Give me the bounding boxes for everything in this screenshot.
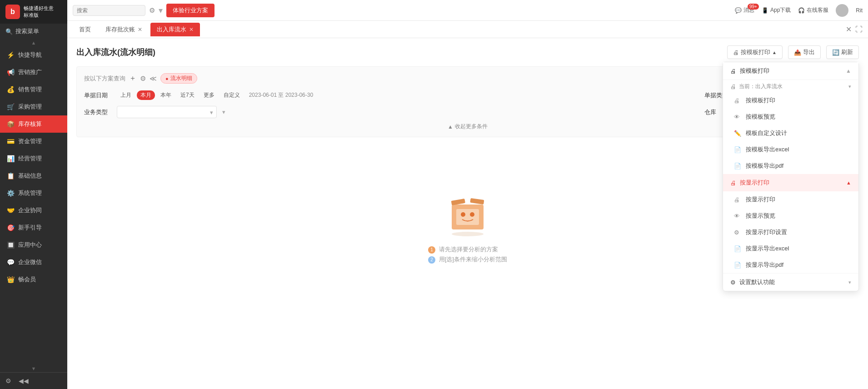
sidebar-item-newbie[interactable]: 🎯 新手引导 [0, 219, 67, 236]
filter-date-label: 单据日期 [84, 91, 111, 100]
dropdown-footer-chevron: ▾ [848, 279, 851, 285]
sidebar-item-quick-nav[interactable]: ⚡ 快捷导航 [0, 46, 67, 64]
topbar-app-download[interactable]: 📱 App下载 [762, 6, 791, 14]
svg-point-4 [470, 212, 474, 217]
dropdown-current-row: 🖨 当前：出入库流水 ▾ [723, 80, 858, 92]
dropdown-item-display-print[interactable]: 🖨 按显示打印 [723, 191, 858, 208]
dropdown-item-template-pdf-label: 按模板导出pdf [746, 162, 783, 170]
svg-rect-2 [456, 209, 479, 225]
sidebar-item-system[interactable]: ⚙️ 系统管理 [0, 185, 67, 202]
tab-in-out-flow-close[interactable]: ✕ [189, 26, 194, 33]
template-pdf-icon: 📄 [734, 163, 741, 170]
dropdown-item-display-settings-label: 按显示打印设置 [746, 228, 787, 236]
sidebar-item-member[interactable]: 👑 畅会员 [0, 271, 67, 288]
dropdown-item-template-print[interactable]: 🖨 按模板打印 [723, 92, 858, 109]
date-tab-this-month[interactable]: 本月 [137, 90, 155, 100]
current-print-icon: 🖨 [730, 83, 736, 90]
settings-bottom-icon[interactable]: ⚙ [5, 377, 11, 384]
tab-batch-account-close[interactable]: ✕ [138, 26, 142, 33]
sidebar-search-menu[interactable]: 🔍 搜索菜单 [0, 24, 67, 39]
sidebar-item-enterprise[interactable]: 🤝 企业协同 [0, 202, 67, 219]
main-area: ⚙ ▾ 体验行业方案 💬 消息 99+ 📱 App下载 🎧 在线客服 Rit 首… [67, 0, 868, 389]
tip-2-text: 用[选]条件来缩小分析范围 [439, 256, 507, 263]
sidebar-item-funds[interactable]: 💳 资金管理 [0, 133, 67, 150]
date-tab-custom[interactable]: 自定义 [220, 90, 244, 100]
search-input[interactable] [73, 5, 145, 16]
sidebar-item-sales[interactable]: 💰 销售管理 [0, 81, 67, 98]
topbar-message[interactable]: 💬 消息 99+ [735, 6, 754, 14]
filter-biz-type-select[interactable] [117, 106, 217, 118]
sidebar-search-label: 搜索菜单 [15, 27, 39, 35]
filter-tag-icon: ● [165, 76, 169, 81]
topbar-gear-icon[interactable]: ⚙ [149, 6, 155, 15]
filter-settings-icon[interactable]: ⚙ [140, 75, 146, 83]
enterprise-icon: 🤝 [6, 207, 15, 214]
dropdown-display-section-header[interactable]: 🖨 按显示打印 ▲ [723, 174, 858, 191]
empty-illustration [440, 191, 495, 236]
dropdown-item-display-export-excel[interactable]: 📄 按显示导出excel [723, 240, 858, 257]
online-service-label: 在线客服 [807, 6, 828, 14]
sidebar-scroll-up[interactable]: ▲ [0, 39, 67, 46]
sidebar-scroll-down[interactable]: ▼ [0, 365, 67, 372]
tab-in-out-flow[interactable]: 出入库流水 ✕ [150, 23, 200, 36]
tab-home-label: 首页 [79, 25, 91, 34]
sidebar-brand-tag: 标准版 [24, 12, 54, 19]
sidebar-item-inventory[interactable]: 📦 库存核算 [0, 115, 67, 133]
dropdown-item-template-preview[interactable]: 👁 按模板预览 [723, 109, 858, 125]
dropdown-footer-title: ⚙ 设置默认功能 [730, 278, 775, 286]
tab-in-out-flow-label: 出入库流水 [157, 25, 186, 34]
sidebar-item-wechat[interactable]: 💬 企业微信 [0, 254, 67, 271]
date-tab-7days[interactable]: 近7天 [177, 90, 198, 100]
search-icon: 🔍 [5, 28, 13, 35]
tab-batch-account[interactable]: 库存批次账 ✕ [99, 23, 149, 36]
dropdown-item-template-excel-label: 按模板导出excel [746, 145, 789, 154]
dropdown-current-label: 当前：出入库流水 [739, 83, 783, 90]
refresh-icon: 🔄 [832, 49, 839, 56]
dropdown-item-template-design[interactable]: ✏️ 模板自定义设计 [723, 125, 858, 141]
date-range-value: 2023-06-01 至 2023-06-30 [249, 91, 313, 99]
filter-collapse-label: 收起更多条件 [455, 123, 488, 130]
date-tab-this-year[interactable]: 本年 [157, 90, 175, 100]
template-design-icon: ✏️ [734, 130, 741, 137]
dropdown-item-display-preview[interactable]: 👁 按显示预览 [723, 208, 858, 224]
print-template-button[interactable]: 🖨 按模板打印 ▲ [727, 45, 783, 59]
dropdown-display-chevron-up: ▲ [846, 180, 851, 185]
sidebar-item-app-center[interactable]: 🔲 应用中心 [0, 236, 67, 254]
dropdown-item-display-export-pdf[interactable]: 📄 按显示导出pdf [723, 257, 858, 273]
refresh-button[interactable]: 🔄 刷新 [826, 45, 859, 59]
topbar-avatar[interactable] [836, 4, 848, 17]
template-excel-icon: 📄 [734, 146, 741, 153]
filter-collapse-icon[interactable]: ≪ [150, 75, 157, 83]
dropdown-item-display-print-label: 按显示打印 [746, 195, 775, 204]
inventory-icon: 📦 [6, 120, 15, 128]
sidebar-item-label: 营销推广 [18, 68, 42, 76]
collapse-sidebar-icon[interactable]: ◀◀ [19, 377, 29, 384]
export-button[interactable]: 📤 导出 [788, 45, 821, 59]
date-tab-more[interactable]: 更多 [200, 90, 218, 100]
industry-solution-button[interactable]: 体验行业方案 [166, 4, 215, 17]
print-template-label: 按模板打印 [741, 48, 770, 56]
biz-type-dropdown-icon[interactable]: ▾ [222, 109, 225, 115]
export-icon: 📤 [794, 49, 801, 56]
operations-icon: 📊 [6, 155, 15, 162]
dropdown-template-title-label: 按模板打印 [740, 67, 769, 75]
sidebar-item-label: 新手引导 [18, 224, 42, 232]
dropdown-footer[interactable]: ⚙ 设置默认功能 ▾ [723, 273, 858, 291]
date-tab-last-month[interactable]: 上月 [117, 90, 135, 100]
sidebar-item-purchase[interactable]: 🛒 采购管理 [0, 98, 67, 115]
filter-add-button[interactable]: ＋ [129, 74, 136, 83]
sidebar-item-marketing[interactable]: 📢 营销推广 [0, 64, 67, 81]
dropdown-template-header[interactable]: 🖨 按模板打印 ▲ [723, 62, 858, 80]
tab-close-all-icon[interactable]: ✕ [846, 25, 852, 34]
sidebar-item-operations[interactable]: 📊 经营管理 [0, 150, 67, 167]
dropdown-item-template-export-pdf[interactable]: 📄 按模板导出pdf [723, 158, 858, 174]
dropdown-item-template-export-excel[interactable]: 📄 按模板导出excel [723, 141, 858, 158]
topbar-online-service[interactable]: 🎧 在线客服 [798, 6, 828, 14]
dropdown-item-display-print-settings[interactable]: ⚙ 按显示打印设置 [723, 224, 858, 240]
tab-maximize-icon[interactable]: ⛶ [855, 25, 863, 34]
tab-home[interactable]: 首页 [73, 23, 97, 36]
topbar-dropdown-icon[interactable]: ▾ [159, 5, 163, 15]
dropdown-display-title: 🖨 按显示打印 [730, 179, 769, 187]
sidebar-item-basic-info[interactable]: 📋 基础信息 [0, 167, 67, 185]
settings-footer-icon: ⚙ [730, 279, 736, 286]
